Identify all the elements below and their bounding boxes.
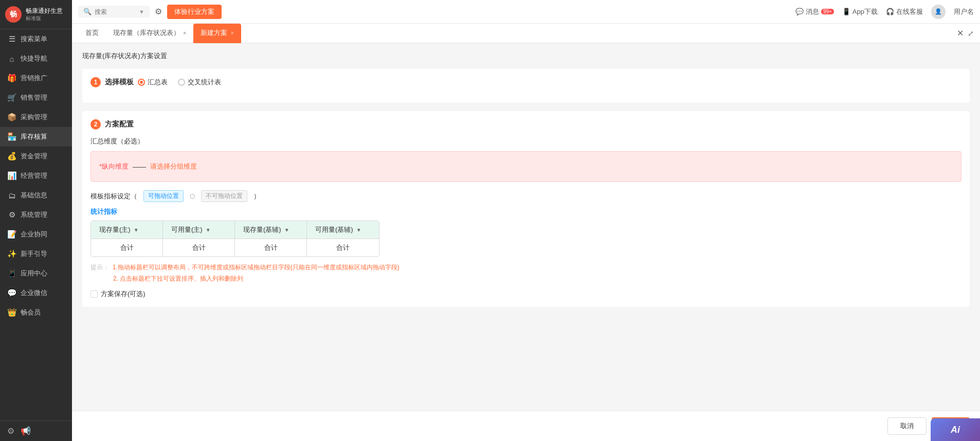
stats-table-body: 合计 合计 合计 合计 <box>91 239 379 256</box>
save-checkbox[interactable] <box>90 290 98 298</box>
col-header-2[interactable]: 现存量(基辅) ▼ <box>235 221 307 238</box>
sidebar-item-purchase[interactable]: 📦 采购管理 <box>0 107 72 127</box>
col-header-1[interactable]: 可用量(主) ▼ <box>163 221 235 238</box>
col-0-label: 现存量(主) <box>99 225 131 234</box>
sidebar-bottom: ⚙ 📢 <box>0 420 72 441</box>
page-title: 现存量(库存状况表)方案设置 <box>82 51 970 61</box>
sidebar-item-inventory[interactable]: 🏪 库存核算 <box>0 127 72 146</box>
radio-cross[interactable]: 交叉统计表 <box>178 78 221 87</box>
expand-panel-icon[interactable]: ⤢ <box>968 29 974 38</box>
tab-new-plan[interactable]: 新建方案 × <box>193 24 241 43</box>
search-icon: 🔍 <box>83 8 92 15</box>
sidebar-item-vip[interactable]: 👑 畅会员 <box>0 303 72 322</box>
col-0-chevron[interactable]: ▼ <box>134 227 139 233</box>
speaker-icon[interactable]: 📢 <box>21 426 31 436</box>
search-input[interactable] <box>95 8 136 15</box>
sidebar-item-label: 畅会员 <box>21 308 41 317</box>
col-3-label: 可用量(基辅) <box>315 225 353 234</box>
sidebar-item-wechat[interactable]: 💬 企业微信 <box>0 283 72 303</box>
message-icon: 💬 <box>795 8 804 15</box>
col-3-chevron[interactable]: ▼ <box>356 227 361 233</box>
cancel-button[interactable]: 取消 <box>887 417 927 435</box>
col-body-2: 合计 <box>235 239 307 256</box>
save-option-label: 方案保存(可选) <box>101 289 146 299</box>
settings-icon[interactable]: ⚙ <box>7 426 14 436</box>
col-2-chevron[interactable]: ▼ <box>284 227 289 233</box>
box-icon: 📦 <box>7 113 16 122</box>
sidebar-item-label: 销售管理 <box>21 93 47 102</box>
stats-title: 统计指标 <box>90 207 961 216</box>
indicator-label: 模板指标设定（ <box>90 192 137 201</box>
radio-summary[interactable]: 汇总表 <box>138 78 168 87</box>
radio-summary-circle <box>138 79 145 86</box>
sidebar-item-label: 应用中心 <box>21 269 47 278</box>
trial-btn[interactable]: 体验行业方案 <box>167 5 222 19</box>
tip-1: 1.拖动标题栏可以调整布局，不可跨维度或指标区域拖动栏目字段(只能在同一维度或指… <box>113 264 400 271</box>
headset-icon: 🎧 <box>886 8 894 15</box>
section2-num: 2 <box>90 119 101 130</box>
sidebar-item-label: 快捷导航 <box>21 54 47 63</box>
tip-2-text: 2. 点击标题栏下拉可设置排序、插入列和删除列 <box>113 275 243 282</box>
sidebar-item-guide[interactable]: ✨ 新手引导 <box>0 244 72 264</box>
message-btn[interactable]: 💬 消息 99+ <box>795 7 834 16</box>
chevron-down-icon[interactable]: ▼ <box>139 9 144 15</box>
tip-label: 提示： 1.拖动标题栏可以调整布局，不可跨维度或指标区域拖动栏目字段(只能在同一… <box>90 262 961 273</box>
dimension-area[interactable]: *纵向维度 —— 请选择分组维度 <box>90 151 961 182</box>
app-download-btn[interactable]: 📱 App下载 <box>842 7 878 16</box>
section2-title: 方案配置 <box>105 120 134 129</box>
ai-fab-button[interactable]: Ai <box>931 418 980 441</box>
topbar-gear-icon[interactable]: ⚙ <box>155 7 162 16</box>
dimension-label: 汇总维度（必选） <box>90 137 961 146</box>
radio-cross-label: 交叉统计表 <box>188 78 221 87</box>
tips-section: 提示： 1.拖动标题栏可以调整布局，不可跨维度或指标区域拖动栏目字段(只能在同一… <box>90 262 961 284</box>
section2-header: 2 方案配置 <box>90 119 961 130</box>
section1-header: 1 选择模板 汇总表 交叉统计表 <box>90 77 961 87</box>
col-1-label: 可用量(主) <box>171 225 203 234</box>
message-label: 消息 <box>806 7 819 16</box>
sidebar-item-apps[interactable]: 📱 应用中心 <box>0 264 72 283</box>
col-2-label: 现存量(基辅) <box>243 225 281 234</box>
sidebar-item-label: 资金管理 <box>21 152 47 161</box>
user-avatar[interactable]: 👤 <box>931 5 946 19</box>
chat-icon: 💬 <box>7 288 16 298</box>
col-1-chevron[interactable]: ▼ <box>206 227 211 233</box>
sidebar-item-agreement[interactable]: 📝 企业协同 <box>0 225 72 244</box>
tab-inventory-close[interactable]: × <box>183 30 186 36</box>
tab-inventory[interactable]: 现存量（库存状况表） × <box>106 24 193 43</box>
section-config: 2 方案配置 汇总维度（必选） *纵向维度 —— 请选择分组维度 模板指标设定（… <box>82 111 970 307</box>
col-header-0[interactable]: 现存量(主) ▼ <box>91 221 163 238</box>
sidebar-item-label: 基础信息 <box>21 191 47 200</box>
indicator-label2: ⬡ <box>190 193 195 200</box>
col-header-3[interactable]: 可用量(基辅) ▼ <box>307 221 379 238</box>
store-icon: 🏪 <box>7 132 16 141</box>
sidebar-item-basic[interactable]: 🗂 基础信息 <box>0 186 72 205</box>
template-radio-group: 汇总表 交叉统计表 <box>138 78 221 87</box>
content-area: 现存量(库存状况表)方案设置 1 选择模板 汇总表 交叉统计表 <box>72 43 980 411</box>
stats-table: 现存量(主) ▼ 可用量(主) ▼ 现存量(基辅) ▼ 可用量(基辅) <box>90 220 379 257</box>
sidebar-item-label: 经营管理 <box>21 171 47 180</box>
tab-home[interactable]: 首页 <box>78 24 106 43</box>
topbar-search-box[interactable]: 🔍 ▼ <box>78 6 150 17</box>
close-panel-icon[interactable]: ✕ <box>957 28 964 38</box>
online-service-btn[interactable]: 🎧 在线客服 <box>886 7 923 16</box>
sidebar-item-label: 系统管理 <box>21 210 47 219</box>
tab-new-plan-close[interactable]: × <box>230 30 233 36</box>
sidebar-item-finance[interactable]: 💰 资金管理 <box>0 146 72 166</box>
tab-home-label: 首页 <box>85 28 99 38</box>
mobile-icon: 📱 <box>7 269 16 278</box>
sidebar-logo-text: 畅康通好生意 标准版 <box>26 7 63 23</box>
money-icon: 💰 <box>7 152 16 161</box>
sidebar-logo: 畅 畅康通好生意 标准版 <box>0 0 72 29</box>
tip-2: 2. 点击标题栏下拉可设置排序、插入列和删除列 <box>90 273 961 285</box>
sidebar-item-marketing[interactable]: 🎁 营销推广 <box>0 68 72 88</box>
doc-icon: 📝 <box>7 230 16 239</box>
sidebar-item-sales[interactable]: 🛒 销售管理 <box>0 88 72 107</box>
save-option[interactable]: 方案保存(可选) <box>90 289 961 299</box>
non-draggable-badge: 不可拖动位置 <box>201 190 247 202</box>
sidebar-item-system[interactable]: ⚙ 系统管理 <box>0 205 72 225</box>
sidebar-item-management[interactable]: 📊 经营管理 <box>0 166 72 186</box>
sidebar-item-shortcut[interactable]: ⌂ 快捷导航 <box>0 49 72 68</box>
sidebar-item-search[interactable]: ☰ 搜索菜单 <box>0 29 72 49</box>
online-service-label: 在线客服 <box>896 7 923 16</box>
tabs-controls: ✕ ⤢ <box>957 28 974 38</box>
